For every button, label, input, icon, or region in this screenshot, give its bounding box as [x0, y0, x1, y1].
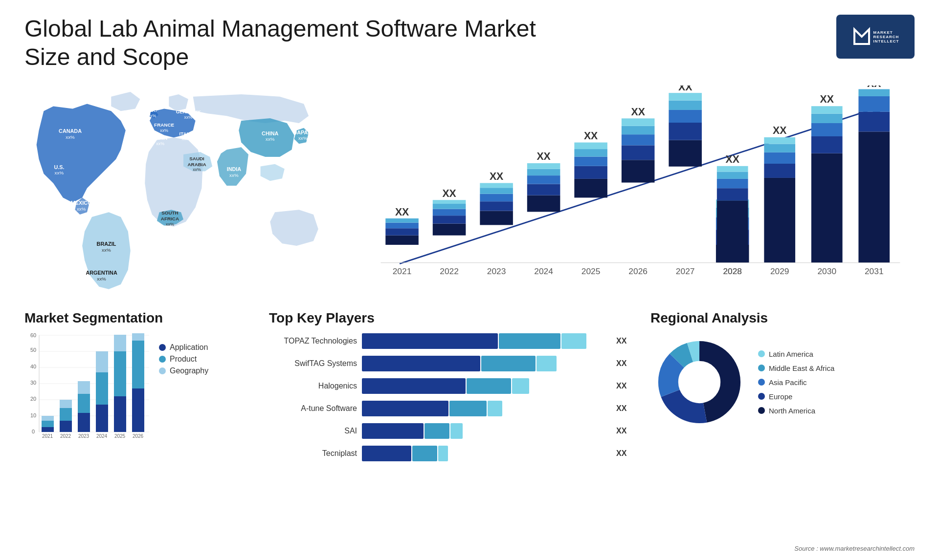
- svg-text:xx%: xx%: [66, 135, 75, 140]
- legend-latin-america: Latin America: [758, 350, 834, 358]
- svg-rect-94: [717, 179, 748, 188]
- svg-rect-109: [811, 114, 843, 123]
- product-dot: [159, 356, 166, 363]
- svg-rect-42: [433, 224, 466, 236]
- svg-marker-0: [854, 29, 869, 44]
- logo-icon: [852, 27, 872, 46]
- svg-text:XX: XX: [867, 86, 881, 89]
- svg-text:ARABIA: ARABIA: [187, 162, 206, 167]
- svg-text:XX: XX: [820, 94, 834, 105]
- svg-rect-151: [114, 396, 126, 432]
- middle-east-africa-dot: [758, 365, 765, 371]
- svg-text:FRANCE: FRANCE: [154, 122, 174, 128]
- svg-rect-46: [433, 200, 466, 204]
- geography-dot: [159, 367, 166, 374]
- svg-text:XX: XX: [584, 130, 598, 141]
- player-row: Tecniplast XX: [269, 446, 631, 461]
- world-map-svg: CANADA xx% U.S. xx% MEXICO xx% BRAZIL xx…: [24, 81, 342, 291]
- regional-legend: Latin America Middle East & Africa Asia …: [758, 350, 834, 415]
- svg-text:ITALY: ITALY: [179, 131, 193, 136]
- player-row: Halogenics XX: [269, 378, 631, 394]
- svg-text:XX: XX: [631, 106, 645, 117]
- svg-text:xx%: xx%: [97, 276, 106, 281]
- svg-rect-50: [480, 201, 513, 211]
- svg-text:30: 30: [30, 380, 36, 386]
- svg-rect-148: [96, 372, 108, 405]
- svg-text:2021: 2021: [393, 266, 412, 276]
- svg-text:2027: 2027: [676, 266, 695, 276]
- svg-rect-144: [78, 394, 90, 413]
- latin-america-label: Latin America: [769, 350, 813, 358]
- north-america-dot: [758, 407, 765, 414]
- svg-point-165: [681, 364, 718, 401]
- players-bars-container: TOPAZ Technologies XX SwifTAG Systems: [269, 333, 631, 461]
- geography-label: Geography: [170, 366, 208, 375]
- svg-text:xx%: xx%: [266, 137, 275, 142]
- svg-text:xx%: xx%: [184, 115, 192, 120]
- bar-light: [561, 333, 586, 349]
- svg-rect-53: [480, 183, 513, 188]
- svg-text:2030: 2030: [817, 266, 836, 276]
- legend-europe: Europe: [758, 392, 834, 401]
- svg-text:xx%: xx%: [166, 222, 174, 227]
- svg-text:2029: 2029: [770, 266, 789, 276]
- bar-light: [512, 378, 529, 394]
- svg-rect-80: [669, 101, 702, 110]
- svg-rect-147: [96, 405, 108, 432]
- svg-text:0: 0: [32, 429, 35, 434]
- bar-dark: [362, 356, 480, 371]
- svg-text:XX: XX: [490, 171, 503, 182]
- svg-rect-57: [527, 184, 560, 195]
- bar-dark: [362, 423, 424, 439]
- logo-letter: MARKET RESEARCH INTELLECT: [852, 27, 899, 46]
- svg-rect-100: [764, 164, 795, 178]
- svg-rect-56: [527, 195, 560, 212]
- player-row: SwifTAG Systems XX: [269, 356, 631, 371]
- svg-text:XX: XX: [726, 153, 739, 165]
- svg-text:xx%: xx%: [156, 141, 164, 146]
- svg-rect-66: [574, 149, 607, 156]
- svg-rect-96: [717, 166, 748, 172]
- bar-dark: [362, 401, 448, 416]
- logo-container: MARKET RESEARCH INTELLECT: [836, 15, 915, 59]
- svg-rect-72: [622, 134, 655, 145]
- svg-rect-74: [622, 119, 655, 126]
- svg-rect-63: [574, 179, 607, 198]
- regional-title: Regional Analysis: [650, 310, 915, 326]
- svg-rect-116: [858, 89, 890, 96]
- svg-rect-135: [42, 427, 54, 432]
- svg-rect-77: [669, 140, 702, 167]
- svg-text:2024: 2024: [96, 433, 108, 439]
- svg-text:2025: 2025: [581, 266, 601, 276]
- application-dot: [159, 344, 166, 351]
- north-america-label: North America: [769, 407, 815, 415]
- svg-text:2026: 2026: [133, 433, 144, 439]
- svg-rect-103: [764, 137, 795, 144]
- svg-rect-95: [717, 172, 748, 179]
- donut-container: Latin America Middle East & Africa Asia …: [650, 333, 915, 431]
- svg-text:xx%: xx%: [55, 171, 64, 176]
- svg-rect-155: [132, 388, 144, 432]
- svg-rect-35: [385, 236, 419, 245]
- svg-rect-106: [811, 153, 843, 263]
- svg-text:xx%: xx%: [182, 137, 190, 142]
- growth-chart-section: XX 2021 XX 2022 XX 2023: [352, 81, 915, 302]
- logo-box: MARKET RESEARCH INTELLECT: [836, 15, 915, 59]
- svg-text:10: 10: [30, 412, 36, 418]
- player-name: Tecniplast: [269, 449, 357, 458]
- svg-rect-152: [114, 351, 126, 396]
- svg-text:xx%: xx%: [77, 206, 86, 212]
- player-value: XX: [616, 359, 631, 368]
- svg-rect-115: [858, 96, 890, 112]
- svg-rect-114: [858, 112, 890, 132]
- svg-rect-137: [42, 416, 54, 421]
- legend-middle-east-africa: Middle East & Africa: [758, 364, 834, 372]
- svg-text:2023: 2023: [78, 433, 89, 439]
- svg-text:2031: 2031: [865, 266, 884, 276]
- svg-rect-51: [480, 194, 513, 201]
- legend-asia-pacific: Asia Pacific: [758, 378, 834, 387]
- bar-dark: [362, 446, 411, 461]
- svg-rect-149: [96, 351, 108, 372]
- svg-rect-139: [60, 421, 72, 432]
- bar-light: [488, 401, 502, 416]
